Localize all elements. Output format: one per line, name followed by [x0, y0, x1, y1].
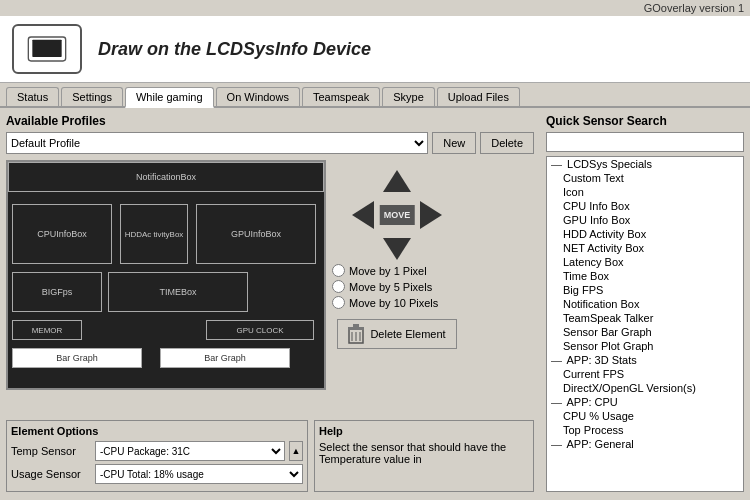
tree-cpu-usage[interactable]: CPU % Usage: [547, 409, 743, 423]
move-down-button[interactable]: [383, 238, 411, 260]
tree-notification-box[interactable]: Notification Box: [547, 297, 743, 311]
tree-sensor-bar-graph[interactable]: Sensor Bar Graph: [547, 325, 743, 339]
pixel-radio-group: Move by 1 Pixel Move by 5 Pixels Move by…: [332, 264, 462, 309]
tree-top-process[interactable]: Top Process: [547, 423, 743, 437]
hdd-activity-box[interactable]: HDDAc tivityBox: [120, 204, 188, 264]
move-center-label: MOVE: [380, 205, 415, 225]
tree-net-activity-box[interactable]: NET Activity Box: [547, 241, 743, 255]
tree-sensor-plot-graph[interactable]: Sensor Plot Graph: [547, 339, 743, 353]
tab-teamspeak[interactable]: Teamspeak: [302, 87, 380, 106]
profiles-title: Available Profiles: [6, 114, 534, 128]
tree-app-3d-stats[interactable]: — APP: 3D Stats: [547, 353, 743, 367]
move-right-button[interactable]: [420, 201, 442, 229]
help-panel: Help Select the sensor that should have …: [314, 420, 534, 492]
device-icon: [12, 24, 82, 74]
help-title: Help: [319, 425, 529, 437]
new-button[interactable]: New: [432, 132, 476, 154]
bottom-panels: Element Options Temp Sensor -CPU Package…: [6, 416, 534, 492]
tree-cpu-info-box[interactable]: CPU Info Box: [547, 199, 743, 213]
temp-sensor-row: Temp Sensor -CPU Package: 31C ▲: [11, 441, 303, 461]
lcd-canvas[interactable]: NotificationBox CPUInfoBox HDDAc tivityB…: [6, 160, 326, 390]
tab-status[interactable]: Status: [6, 87, 59, 106]
main-content: Available Profiles Default Profile New D…: [0, 108, 750, 498]
tree-custom-text[interactable]: Custom Text: [547, 171, 743, 185]
usage-sensor-select[interactable]: -CPU Total: 18% usage: [95, 464, 303, 484]
tree-icon[interactable]: Icon: [547, 185, 743, 199]
tree-lcdsys-specials[interactable]: — LCDSys Specials: [547, 157, 743, 171]
tree-directx-version[interactable]: DirectX/OpenGL Version(s): [547, 381, 743, 395]
gpu-clock[interactable]: GPU CLOCK: [206, 320, 314, 340]
temp-sensor-label: Temp Sensor: [11, 445, 91, 457]
big-fps[interactable]: BIGFps: [12, 272, 102, 312]
tree-hdd-activity-box[interactable]: HDD Activity Box: [547, 227, 743, 241]
tree-latency-box[interactable]: Latency Box: [547, 255, 743, 269]
help-text: Select the sensor that should have the T…: [319, 441, 529, 465]
tab-upload-files[interactable]: Upload Files: [437, 87, 520, 106]
cpu-info-box[interactable]: CPUInfoBox: [12, 204, 112, 264]
tree-app-general[interactable]: — APP: General: [547, 437, 743, 451]
tab-settings[interactable]: Settings: [61, 87, 123, 106]
tree-app-cpu[interactable]: — APP: CPU: [547, 395, 743, 409]
tree-big-fps[interactable]: Big FPS: [547, 283, 743, 297]
element-options-panel: Element Options Temp Sensor -CPU Package…: [6, 420, 308, 492]
usage-sensor-row: Usage Sensor -CPU Total: 18% usage: [11, 464, 303, 484]
delete-element-button[interactable]: Delete Element: [337, 319, 456, 349]
tree-teamspeak-talker[interactable]: TeamSpeak Talker: [547, 311, 743, 325]
header-title: Draw on the LCDSysInfo Device: [98, 39, 371, 60]
tree-time-box[interactable]: Time Box: [547, 269, 743, 283]
tab-skype[interactable]: Skype: [382, 87, 435, 106]
time-box[interactable]: TIMEBox: [108, 272, 248, 312]
usage-sensor-label: Usage Sensor: [11, 468, 91, 480]
left-panel: Available Profiles Default Profile New D…: [0, 108, 540, 498]
directional-pad: MOVE: [352, 170, 442, 260]
tab-while-gaming[interactable]: While gaming: [125, 87, 214, 108]
tree-gpu-info-box[interactable]: GPU Info Box: [547, 213, 743, 227]
radio-1-pixel[interactable]: Move by 1 Pixel: [332, 264, 462, 277]
radio-5-pixels[interactable]: Move by 5 Pixels: [332, 280, 462, 293]
svg-rect-1: [32, 40, 61, 57]
temp-sensor-scroll-up[interactable]: ▲: [289, 441, 303, 461]
svg-rect-4: [353, 324, 359, 327]
gpu-info-box[interactable]: GPUInfoBox: [196, 204, 316, 264]
radio-10-pixels[interactable]: Move by 10 Pixels: [332, 296, 462, 309]
canvas-area: NotificationBox CPUInfoBox HDDAc tivityB…: [6, 160, 534, 416]
sensor-tree: — LCDSys Specials Custom Text Icon CPU I…: [546, 156, 744, 492]
profile-select[interactable]: Default Profile: [6, 132, 428, 154]
temp-sensor-select[interactable]: -CPU Package: 31C: [95, 441, 285, 461]
device-svg: [27, 34, 67, 64]
bar-graph-2[interactable]: Bar Graph: [160, 348, 290, 368]
delete-profile-button[interactable]: Delete: [480, 132, 534, 154]
bar-graph-1[interactable]: Bar Graph: [12, 348, 142, 368]
svg-rect-3: [348, 327, 364, 330]
element-options-title: Element Options: [11, 425, 303, 437]
header: Draw on the LCDSysInfo Device: [0, 16, 750, 83]
profile-row: Default Profile New Delete: [6, 132, 534, 154]
move-controls: MOVE Move by 1 Pixel Move by 5 Pixels Mo…: [332, 160, 462, 416]
sensor-search-input[interactable]: [546, 132, 744, 152]
title-bar: GOoverlay version 1: [0, 0, 750, 16]
sensor-search-title: Quick Sensor Search: [546, 114, 744, 128]
move-left-button[interactable]: [352, 201, 374, 229]
notification-box[interactable]: NotificationBox: [8, 162, 324, 192]
tab-on-windows[interactable]: On Windows: [216, 87, 300, 106]
trash-icon: [348, 324, 364, 344]
tree-current-fps[interactable]: Current FPS: [547, 367, 743, 381]
tab-bar: Status Settings While gaming On Windows …: [0, 83, 750, 108]
right-panel: Quick Sensor Search — LCDSys Specials Cu…: [540, 108, 750, 498]
move-up-button[interactable]: [383, 170, 411, 192]
mem-box[interactable]: MEMOR: [12, 320, 82, 340]
app-title: GOoverlay version 1: [644, 2, 744, 14]
